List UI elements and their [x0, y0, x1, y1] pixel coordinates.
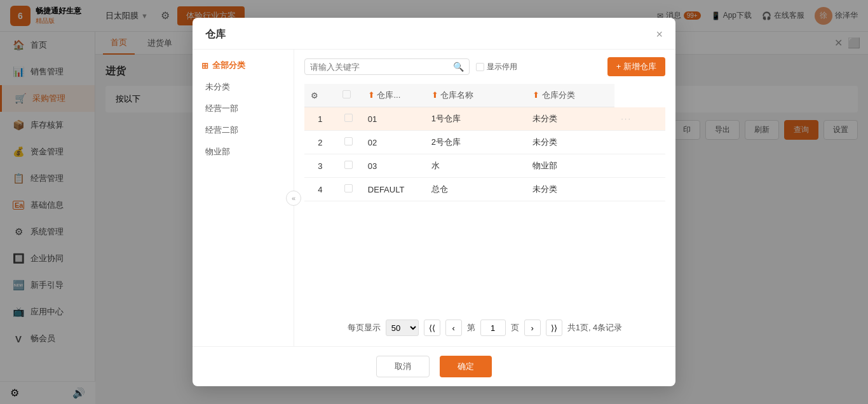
prev-page-button[interactable]: ‹	[445, 320, 462, 336]
per-page-select[interactable]: 50 100	[386, 320, 419, 336]
header-name: ⬆ 仓库名称	[425, 84, 526, 107]
pagination: 每页显示 50 100 ⟨⟨ ‹ 第 页 › ⟩⟩ 共1页, 4条记录	[304, 312, 665, 339]
row-name-1: 1号仓库	[425, 107, 526, 131]
row-code-1: 01	[362, 107, 425, 131]
header-gear: ⚙	[304, 84, 336, 107]
search-box: 🔍	[304, 58, 470, 75]
row-num-2: 2	[304, 131, 336, 154]
row-actions-dots-1[interactable]: ···	[621, 114, 632, 123]
page-label: 第	[467, 322, 475, 333]
table-container: ⚙ ⬆ 仓库... ⬆ 仓库名称	[304, 84, 665, 312]
page-suffix: 页	[511, 322, 519, 333]
confirm-button[interactable]: 确定	[440, 356, 492, 377]
header-code: ⬆ 仓库...	[362, 84, 425, 107]
row-actions-1: ···	[614, 107, 665, 131]
search-input[interactable]	[310, 62, 449, 72]
cancel-button[interactable]: 取消	[376, 356, 430, 377]
all-categories-header[interactable]: ⊞ 全部分类	[193, 55, 294, 76]
table-row[interactable]: 3 03 水 物业部	[304, 154, 665, 178]
grid-icon: ⊞	[201, 61, 208, 71]
modal-body: ⊞ 全部分类 未分类 经营一部 经营二部 物业部 « 🔍 显示停用 + 新增	[193, 50, 675, 346]
row-category-3: 物业部	[526, 154, 614, 178]
modal-title: 仓库	[205, 28, 226, 41]
header-checkbox	[336, 84, 362, 107]
add-warehouse-button[interactable]: + 新增仓库	[607, 57, 665, 76]
table-row[interactable]: 1 01 1号仓库 未分类 ···	[304, 107, 665, 131]
table-body: 1 01 1号仓库 未分类 ··· 2 02 2号仓库	[304, 107, 665, 201]
row-check-icon-1[interactable]	[344, 114, 353, 122]
row-checkbox-3[interactable]	[336, 154, 362, 178]
row-name-2: 2号仓库	[425, 131, 526, 154]
total-records-label: 共1页, 4条记录	[567, 322, 623, 333]
row-check-icon-3[interactable]	[344, 161, 353, 169]
table-header-row: ⚙ ⬆ 仓库... ⬆ 仓库名称	[304, 84, 665, 107]
row-category-1: 未分类	[526, 107, 614, 131]
row-code-3: 03	[362, 154, 425, 178]
last-page-button[interactable]: ⟩⟩	[546, 320, 562, 336]
category-panel: ⊞ 全部分类 未分类 经营一部 经营二部 物业部 «	[193, 50, 294, 346]
close-icon[interactable]: ×	[656, 28, 663, 41]
row-checkbox-1[interactable]	[336, 107, 362, 131]
row-actions-4	[614, 178, 665, 201]
row-name-3: 水	[425, 154, 526, 178]
row-category-4: 未分类	[526, 178, 614, 201]
sort-icon2: ⬆	[431, 90, 438, 100]
modal-header: 仓库 ×	[193, 18, 675, 50]
row-category-2: 未分类	[526, 131, 614, 154]
row-name-4: 总仓	[425, 178, 526, 201]
content-panel: 🔍 显示停用 + 新增仓库 ⚙	[294, 50, 675, 346]
row-num-3: 3	[304, 154, 336, 178]
current-page-input[interactable]	[480, 320, 506, 336]
modal-footer: 取消 确定	[193, 346, 675, 386]
category-property[interactable]: 物业部	[193, 141, 294, 163]
row-actions-3	[614, 154, 665, 178]
category-operations1[interactable]: 经营一部	[193, 98, 294, 119]
show-disabled-label[interactable]: 显示停用	[476, 62, 517, 72]
category-operations2[interactable]: 经营二部	[193, 119, 294, 141]
row-actions-2	[614, 131, 665, 154]
collapse-button[interactable]: «	[286, 191, 301, 206]
warehouse-table: ⚙ ⬆ 仓库... ⬆ 仓库名称	[304, 84, 665, 201]
header-category: ⬆ 仓库分类	[526, 84, 614, 107]
category-unclassified[interactable]: 未分类	[193, 76, 294, 98]
warehouse-modal: 仓库 × ⊞ 全部分类 未分类 经营一部 经营二部 物业部 « 🔍	[193, 18, 675, 386]
row-code-2: 02	[362, 131, 425, 154]
first-page-button[interactable]: ⟨⟨	[424, 320, 440, 336]
table-row[interactable]: 2 02 2号仓库 未分类	[304, 131, 665, 154]
row-num-4: 4	[304, 178, 336, 201]
row-check-icon-4[interactable]	[344, 184, 353, 192]
row-check-icon-2[interactable]	[344, 137, 353, 145]
per-page-label: 每页显示	[348, 322, 381, 333]
content-toolbar: 🔍 显示停用 + 新增仓库	[304, 57, 665, 76]
search-icon[interactable]: 🔍	[453, 62, 464, 72]
next-page-button[interactable]: ›	[524, 320, 541, 336]
show-disabled-checkbox[interactable]	[476, 63, 484, 71]
row-num-1: 1	[304, 107, 336, 131]
row-checkbox-4[interactable]	[336, 178, 362, 201]
table-row[interactable]: 4 DEFAULT 总仓 未分类	[304, 178, 665, 201]
gear-icon[interactable]: ⚙	[311, 91, 318, 100]
sort-icon3: ⬆	[532, 90, 539, 100]
sort-icon: ⬆	[368, 90, 375, 100]
row-code-4: DEFAULT	[362, 178, 425, 201]
row-checkbox-2[interactable]	[336, 131, 362, 154]
select-all-checkbox[interactable]	[342, 90, 351, 98]
